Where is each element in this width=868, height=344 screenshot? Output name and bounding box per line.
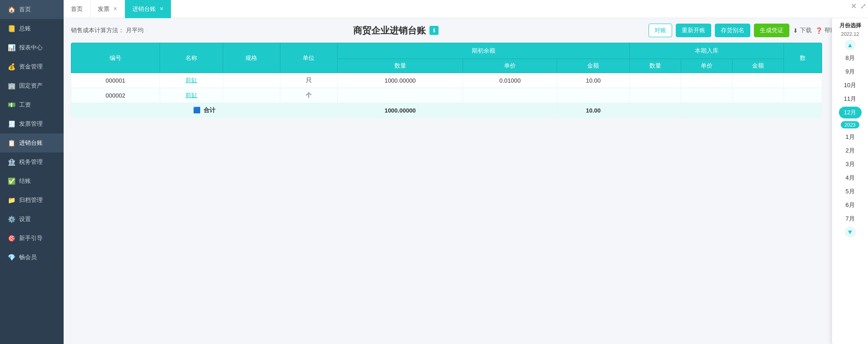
col-number: 编号 bbox=[71, 43, 160, 73]
month-item-2[interactable]: 2月 bbox=[839, 145, 862, 157]
month-item-6[interactable]: 6月 bbox=[839, 199, 862, 211]
save-alias-button[interactable]: 存货别名 bbox=[715, 24, 750, 37]
month-item-12[interactable]: 12月 bbox=[839, 107, 862, 118]
sidebar-item-label: 新手引导 bbox=[19, 234, 43, 242]
sidebar-item-reports[interactable]: 📊 报表中心 bbox=[0, 38, 64, 57]
month-item-4[interactable]: 4月 bbox=[839, 172, 862, 184]
sidebar-item-guide[interactable]: 🎯 新手引导 bbox=[0, 229, 64, 248]
total-row: 🟦 合计 1000.00000 10.00 bbox=[71, 103, 822, 118]
generate-voucher-button[interactable]: 生成凭证 bbox=[754, 24, 789, 37]
sidebar-item-ledger[interactable]: 📒 总账 bbox=[0, 19, 64, 38]
sidebar-item-label: 税务管理 bbox=[19, 158, 43, 166]
col-unit: 单位 bbox=[280, 43, 337, 73]
cell-in-qty bbox=[629, 88, 681, 103]
total-icon: 🟦 bbox=[193, 107, 200, 113]
download-icon: ⬇ bbox=[793, 27, 798, 34]
cell-open-amount bbox=[557, 88, 629, 103]
month-item-11[interactable]: 11月 bbox=[839, 93, 862, 105]
cell-name: 前缸 bbox=[160, 73, 223, 88]
inventory-table: 编号 名称 规格 单位 期初余额 本期入库 数 数量 单价 金额 数量 单价 bbox=[71, 43, 822, 118]
funds-icon: 💰 bbox=[7, 63, 15, 71]
sidebar-item-label: 发票管理 bbox=[19, 120, 43, 128]
sidebar-item-label: 工资 bbox=[19, 101, 31, 109]
window-controls: ✕ ⤢ bbox=[851, 2, 866, 10]
year-badge-2023: 2023 bbox=[841, 121, 859, 128]
cell-in-qty bbox=[629, 73, 681, 88]
header-row: 销售成本计算方法： 月平均 商贸企业进销台账 ℹ 对账 重新开账 存货别名 生成… bbox=[71, 24, 861, 37]
col-name: 名称 bbox=[160, 43, 223, 73]
sidebar-item-assets[interactable]: 🏢 固定资产 bbox=[0, 76, 64, 95]
page-title: 商贸企业进销台账 ℹ bbox=[353, 25, 439, 37]
maximize-button[interactable]: ⤢ bbox=[860, 2, 866, 10]
month-item-10[interactable]: 10月 bbox=[839, 79, 862, 91]
total-in-qty bbox=[629, 103, 681, 118]
sidebar-item-home[interactable]: 🏠 首页 bbox=[0, 0, 64, 19]
total-label: 合计 bbox=[204, 107, 215, 113]
reports-icon: 📊 bbox=[7, 44, 15, 52]
download-button[interactable]: ⬇ 下载 bbox=[793, 26, 812, 34]
tab-inventory-close[interactable]: ✕ bbox=[160, 6, 164, 12]
ledger-icon: 📒 bbox=[7, 25, 15, 33]
info-icon[interactable]: ℹ bbox=[429, 26, 439, 35]
month-panel-title: 月份选择 bbox=[839, 22, 861, 29]
sidebar-item-vip[interactable]: 💎 畅会员 bbox=[0, 248, 64, 267]
cell-open-qty: 1000.00000 bbox=[337, 73, 463, 88]
total-in-price bbox=[681, 103, 732, 118]
reconcile-button[interactable]: 对账 bbox=[649, 24, 672, 37]
help-icon: ❓ bbox=[815, 27, 823, 34]
tab-invoice[interactable]: 发票 ✕ bbox=[90, 0, 125, 18]
month-item-5[interactable]: 5月 bbox=[839, 186, 862, 197]
total-in-amount bbox=[732, 103, 783, 118]
tab-invoice-label: 发票 bbox=[98, 5, 110, 13]
archive-icon: 📁 bbox=[7, 196, 15, 204]
cell-open-amount: 10.00 bbox=[557, 73, 629, 88]
month-item-8[interactable]: 8月 bbox=[839, 52, 862, 64]
cell-extra bbox=[783, 88, 822, 103]
close-button[interactable]: ✕ bbox=[851, 2, 857, 10]
calc-label: 销售成本计算方法： bbox=[71, 27, 124, 34]
sidebar-item-salary[interactable]: 💵 工资 bbox=[0, 95, 64, 114]
month-item-3[interactable]: 3月 bbox=[839, 158, 862, 170]
tab-inventory-label: 进销台账 bbox=[132, 5, 156, 13]
tab-bar: 首页 发票 ✕ 进销台账 ✕ bbox=[64, 0, 868, 18]
col-in-amount: 金额 bbox=[732, 59, 783, 73]
col-spec: 规格 bbox=[223, 43, 280, 73]
calc-value: 月平均 bbox=[126, 27, 144, 34]
sidebar-item-tax[interactable]: 🏦 税务管理 bbox=[0, 152, 64, 172]
sidebar-item-inventory[interactable]: 📋 进销台账 bbox=[0, 133, 64, 152]
home-icon: 🏠 bbox=[7, 5, 15, 14]
month-item-9[interactable]: 9月 bbox=[839, 66, 862, 78]
cell-in-amount bbox=[732, 88, 783, 103]
cell-in-price bbox=[681, 73, 732, 88]
cell-number: 000001 bbox=[71, 73, 160, 88]
cell-unit: 个 bbox=[280, 88, 337, 103]
tab-home[interactable]: 首页 bbox=[64, 0, 90, 18]
sidebar-item-funds[interactable]: 💰 资金管理 bbox=[0, 57, 64, 76]
sidebar-item-checkout[interactable]: ✅ 结账 bbox=[0, 172, 64, 191]
sidebar-item-settings[interactable]: ⚙️ 设置 bbox=[0, 210, 64, 229]
sidebar-item-archive[interactable]: 📁 归档管理 bbox=[0, 191, 64, 210]
vip-icon: 💎 bbox=[7, 253, 15, 261]
sidebar-item-invoice-mgmt[interactable]: 🧾 发票管理 bbox=[0, 114, 64, 133]
content-area: 销售成本计算方法： 月平均 商贸企业进销台账 ℹ 对账 重新开账 存货别名 生成… bbox=[64, 18, 868, 344]
main-area: ✕ ⤢ 首页 发票 ✕ 进销台账 ✕ 销售成本计算方法： 月平均 商贸企业进销台… bbox=[64, 0, 868, 344]
cell-open-qty bbox=[337, 88, 463, 103]
month-nav-down[interactable]: ▼ bbox=[845, 226, 856, 237]
sidebar-item-label: 固定资产 bbox=[19, 82, 43, 90]
reopen-button[interactable]: 重新开账 bbox=[676, 24, 711, 37]
col-in-qty: 数量 bbox=[629, 59, 681, 73]
month-item-7[interactable]: 7月 bbox=[839, 213, 862, 225]
checkout-icon: ✅ bbox=[7, 177, 15, 185]
col-group-in: 本期入库 bbox=[629, 43, 783, 59]
month-nav-up[interactable]: ▲ bbox=[845, 39, 856, 50]
cell-extra bbox=[783, 73, 822, 88]
sidebar-item-label: 进销台账 bbox=[19, 139, 43, 147]
calc-method: 销售成本计算方法： 月平均 bbox=[71, 26, 144, 34]
tab-invoice-close[interactable]: ✕ bbox=[113, 6, 117, 12]
tab-inventory[interactable]: 进销台账 ✕ bbox=[125, 0, 171, 18]
cell-name: 前缸 bbox=[160, 88, 223, 103]
sidebar-item-label: 总账 bbox=[19, 25, 31, 33]
month-item-1[interactable]: 1月 bbox=[839, 131, 862, 143]
cell-in-price bbox=[681, 88, 732, 103]
action-buttons: 对账 重新开账 存货别名 生成凭证 ⬇ 下载 ❓ 帮助 🔄 刷新 bbox=[649, 24, 861, 37]
